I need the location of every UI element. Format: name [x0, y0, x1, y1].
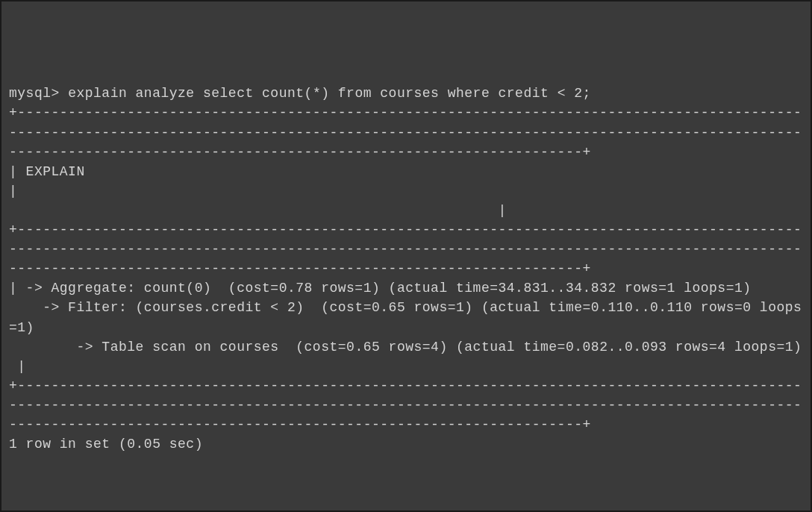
mysql-prompt: mysql> — [9, 86, 68, 101]
plan-aggregate: | -> Aggregate: count(0) (cost=0.78 rows… — [9, 278, 803, 298]
terminal-output: mysql> explain analyze select count(*) f… — [9, 84, 803, 454]
plan-filter: -> Filter: (courses.credit < 2) (cost=0.… — [9, 298, 803, 337]
explain-header: | EXPLAIN — [9, 162, 803, 201]
plan-end-pipe: | — [9, 357, 803, 376]
pipe-line: | — [9, 201, 803, 220]
sql-command: explain analyze select count(*) from cou… — [68, 86, 591, 101]
separator-top: +---------------------------------------… — [9, 103, 803, 161]
command-line: mysql> explain analyze select count(*) f… — [9, 84, 803, 103]
separator-mid: +---------------------------------------… — [9, 220, 803, 278]
result-footer: 1 row in set (0.05 sec) — [9, 434, 803, 454]
separator-bottom: +---------------------------------------… — [9, 376, 803, 434]
plan-tablescan: -> Table scan on courses (cost=0.65 rows… — [9, 337, 803, 357]
